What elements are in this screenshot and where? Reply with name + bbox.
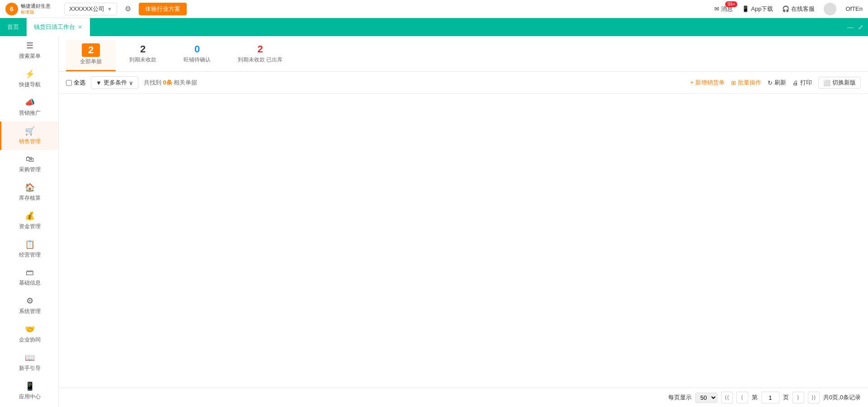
system-icon: ⚙ [26, 296, 33, 306]
finance-icon: 💰 [25, 211, 35, 221]
app-download-btn[interactable]: 📱 App下载 [742, 5, 773, 13]
select-all-checkbox[interactable]: 全选 [66, 79, 85, 87]
message-icon: ✉ [714, 5, 719, 12]
sidebar-label-tutorial: 新手引导 [19, 365, 41, 372]
purchase-icon: 🛍 [26, 154, 34, 164]
filter-label: 更多条件 [104, 79, 127, 87]
stat-all-number: 2 [82, 43, 100, 57]
basicinfo-icon: 🗃 [26, 268, 34, 277]
sidebar-item-wechat[interactable]: 💬 企业微信 [0, 405, 58, 407]
experience-btn[interactable]: 体验行业方案 [139, 3, 187, 15]
tab-bar-actions: — ⤢ [843, 18, 868, 36]
logo-text: 畅捷通好生意 标准版 [21, 3, 51, 15]
switch-version-btn[interactable]: ⬜ 切换新版 [818, 77, 861, 89]
sidebar-item-enterprise[interactable]: 🤝 企业协同 [0, 320, 58, 348]
company-name: XXXXXX公司 [69, 5, 104, 13]
page-prev-btn[interactable]: ⟨ [736, 392, 748, 403]
new-sale-btn[interactable]: + 新增销货单 [690, 79, 725, 87]
sidebar-label-inventory: 库存核算 [19, 194, 41, 202]
batch-btn[interactable]: ⊞ 批量操作 [731, 79, 761, 87]
sidebar-label-sales: 销售管理 [19, 138, 41, 145]
app-download-label: App下载 [751, 5, 773, 13]
page-first-btn[interactable]: ⟨⟨ [721, 392, 733, 403]
tab-workbench-label: 钱货日清工作台 [34, 23, 75, 31]
avatar[interactable] [824, 3, 836, 15]
sales-icon: 🛒 [25, 126, 35, 136]
sidebar-item-search[interactable]: ☰ 搜索菜单 [0, 36, 58, 65]
page-last-btn[interactable]: ⟩⟩ [808, 392, 820, 403]
stat-tab-shipped[interactable]: 2 到期未收款 已出库 [224, 40, 296, 71]
tab-home[interactable]: 首页 [0, 18, 27, 36]
per-page-select[interactable]: 50 [695, 393, 717, 403]
sidebar-item-quicknav[interactable]: ⚡ 快捷导航 [0, 65, 58, 93]
enterprise-icon: 🤝 [25, 324, 35, 334]
header-right: ✉ 消息 99+ 📱 App下载 🎧 在线客服 OfTEn [714, 3, 863, 15]
inventory-icon: 🏠 [25, 182, 35, 192]
message-btn[interactable]: ✉ 消息 99+ [714, 5, 733, 13]
sidebar-item-tutorial[interactable]: 📖 新手引导 [0, 348, 58, 377]
select-all-input[interactable] [66, 80, 72, 86]
tab-minimize-btn[interactable]: — [847, 23, 854, 31]
company-selector[interactable]: XXXXXX公司 ▼ [64, 3, 117, 15]
print-btn[interactable]: 🖨 打印 [793, 79, 812, 87]
sidebar-item-finance[interactable]: 💰 资金管理 [0, 206, 58, 235]
stat-tab-all[interactable]: 2 全部单据 [66, 40, 116, 71]
stat-wangpu-label: 旺铺待确认 [184, 56, 211, 64]
sidebar-label-operations: 经营管理 [19, 251, 41, 259]
stat-all-label: 全部单据 [80, 58, 102, 65]
stat-shipped-number: 2 [258, 43, 263, 55]
page-suffix: 页 [783, 393, 789, 402]
empty-area [59, 94, 868, 388]
logo-sub: 标准版 [21, 9, 51, 15]
sidebar-item-sales[interactable]: 🛒 销售管理 [0, 122, 58, 150]
sidebar-item-inventory[interactable]: 🏠 库存核算 [0, 178, 58, 206]
sidebar-label-marketing: 营销推广 [19, 109, 41, 117]
page-input[interactable] [761, 392, 779, 403]
print-label: 打印 [800, 79, 812, 87]
settings-icon[interactable]: ⚙ [122, 3, 134, 15]
pagination-bar: 每页显示 50 ⟨⟨ ⟨ 第 页 ⟩ ⟩⟩ 共0页,0条记录 [59, 388, 868, 407]
tab-maximize-btn[interactable]: ⤢ [858, 23, 863, 31]
page-label: 第 [752, 393, 758, 402]
total-info: 共0页,0条记录 [823, 393, 861, 402]
sidebar: ☰ 搜索菜单 ⚡ 快捷导航 📣 营销推广 🛒 销售管理 🛍 采购管理 🏠 库存核… [0, 36, 59, 407]
switch-icon: ⬜ [823, 80, 830, 86]
per-page-label: 每页显示 [668, 393, 692, 402]
page-next-btn[interactable]: ⟩ [793, 392, 804, 403]
online-service-label: 在线客服 [791, 5, 815, 13]
sidebar-label-basicinfo: 基础信息 [19, 279, 41, 287]
stat-shipped-label: 到期未收款 已出库 [238, 56, 283, 64]
stat-overdue-label: 到期未收款 [129, 56, 156, 64]
username: OfTEn [845, 5, 863, 12]
toolbar: 全选 ▼ 更多条件 ∨ 共找到 0条 相关单据 + 新增销货单 ⊞ 批量操作 ↻ [59, 72, 868, 94]
sidebar-item-purchase[interactable]: 🛍 采购管理 [0, 150, 58, 178]
sidebar-item-basicinfo[interactable]: 🗃 基础信息 [0, 263, 58, 291]
found-prefix: 共找到 [144, 79, 161, 86]
tab-close-icon[interactable]: ✕ [78, 24, 82, 30]
appcenter-icon: 📱 [25, 381, 35, 391]
top-header: 6 畅捷通好生意 标准版 XXXXXX公司 ▼ ⚙ 体验行业方案 ✉ 消息 99… [0, 0, 868, 18]
message-badge: 99+ [725, 1, 737, 7]
sidebar-item-marketing[interactable]: 📣 营销推广 [0, 93, 58, 122]
operations-icon: 📋 [25, 239, 35, 249]
logo-area: 6 畅捷通好生意 标准版 [5, 3, 64, 15]
online-service-btn[interactable]: 🎧 在线客服 [782, 5, 815, 13]
refresh-btn[interactable]: ↻ 刷新 [768, 79, 786, 87]
sidebar-item-appcenter[interactable]: 📱 应用中心 [0, 377, 58, 405]
sidebar-label-enterprise: 企业协同 [19, 336, 41, 344]
filter-btn[interactable]: ▼ 更多条件 ∨ [91, 76, 138, 89]
marketing-icon: 📣 [25, 98, 35, 108]
stat-tab-overdue[interactable]: 2 到期未收款 [116, 40, 170, 71]
sidebar-item-operations[interactable]: 📋 经营管理 [0, 235, 58, 263]
filter-icon: ▼ [96, 80, 102, 86]
sidebar-label-finance: 资金管理 [19, 223, 41, 230]
stat-wangpu-number: 0 [194, 43, 200, 55]
main-layout: ☰ 搜索菜单 ⚡ 快捷导航 📣 营销推广 🛒 销售管理 🛍 采购管理 🏠 库存核… [0, 36, 868, 407]
sidebar-label-purchase: 采购管理 [19, 166, 41, 173]
stat-tab-wangpu[interactable]: 0 旺铺待确认 [170, 40, 224, 71]
tab-workbench[interactable]: 钱货日清工作台 ✕ [27, 18, 90, 36]
refresh-icon: ↻ [768, 80, 773, 86]
header-middle: ⚙ 体验行业方案 [122, 3, 187, 15]
sidebar-item-system[interactable]: ⚙ 系统管理 [0, 291, 58, 320]
search-menu-icon: ☰ [26, 41, 33, 51]
